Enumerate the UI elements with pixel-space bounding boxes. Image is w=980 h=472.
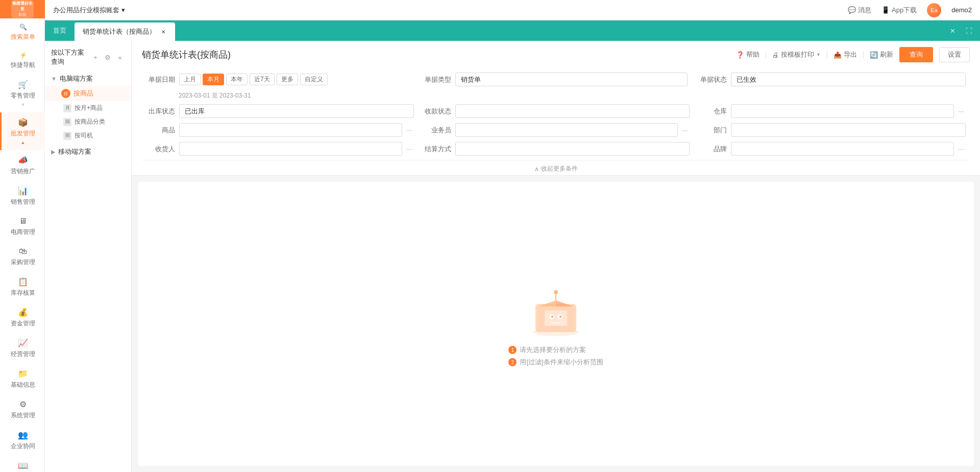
app-logo[interactable]: 畅捷通好生意 标版 [0, 0, 45, 18]
sidebar-item-finance[interactable]: 💰 资金管理 [0, 302, 45, 333]
add-scheme-btn[interactable]: + [90, 52, 101, 62]
home-tab-label: 首页 [53, 26, 66, 35]
operations-icon: 📈 [18, 338, 28, 348]
sidebar-search[interactable]: 🔍 搜索菜单 [0, 18, 45, 46]
scheme-item-by-goods[interactable]: 按 按商品 [45, 86, 131, 101]
doc-type-content: 销货单 [455, 73, 690, 86]
finance-label: 资金管理 [11, 319, 35, 328]
sidebar-item-enterprise[interactable]: 👥 企业协同 [0, 425, 45, 456]
sales-stat-tab-label: 销货单统计表（按商品） [83, 27, 156, 36]
close-all-tabs-btn[interactable]: ✕ [945, 23, 960, 38]
retail-icon: 🛒 [18, 80, 28, 89]
out-status-label: 出库状态 [146, 107, 179, 116]
sidebar-item-basic[interactable]: 📁 基础信息 [0, 364, 45, 394]
wholesale-icon: 📦 [18, 117, 28, 127]
sidebar-item-system[interactable]: ⚙ 系统管理 [0, 394, 45, 425]
receiver-label: 收货人 [146, 145, 179, 154]
query-btn[interactable]: 查询 [899, 47, 933, 62]
scheme-group-mobile-header[interactable]: ▶ 移动端方案 [45, 145, 131, 159]
scheme-settings-btn[interactable]: ⚙ [103, 52, 113, 62]
enterprise-label: 企业协同 [11, 442, 35, 451]
industry-selector[interactable]: 办公用品行业模拟账套 ▾ [53, 6, 125, 15]
collapse-row[interactable]: ∧ 收起更多条件 [142, 160, 970, 175]
collapse-icon: ∧ [534, 166, 539, 173]
hint-2-num: 2 [508, 358, 517, 366]
this-year-btn[interactable]: 本年 [226, 74, 248, 85]
username[interactable]: demo2 [951, 6, 972, 14]
goods-dots[interactable]: ··· [404, 126, 414, 134]
last-month-btn[interactable]: 上月 [179, 74, 201, 85]
scheme-panel-title: 按以下方案查询 [51, 48, 90, 66]
inventory-icon: 📋 [18, 277, 28, 287]
refresh-btn[interactable]: 🔄 刷新 [870, 50, 893, 59]
doc-status-select[interactable]: 已生效 [731, 73, 966, 86]
refresh-icon: 🔄 [870, 51, 878, 59]
date-range-display: 2023-03-01 至 2023-03-31 [142, 91, 970, 104]
more-date-btn[interactable]: 更多 [277, 74, 298, 85]
warehouse-content: ··· [731, 104, 966, 118]
this-month-btn[interactable]: 本月 [203, 74, 224, 85]
sidebar-item-retail[interactable]: 🛒 零售管理 ▼ [0, 75, 45, 112]
tutorial-icon: 📖 [18, 461, 28, 470]
warehouse-input[interactable] [731, 104, 954, 118]
receiver-dots[interactable]: ··· [404, 145, 414, 153]
salesperson-cell: 业务员 ··· [418, 123, 694, 137]
action-divider-3 [863, 51, 864, 58]
maximize-btn[interactable]: ⛶ [962, 23, 976, 38]
tab-sales-stat[interactable]: 销货单统计表（按商品） ✕ [75, 22, 175, 41]
help-btn[interactable]: ❓ 帮助 [736, 50, 760, 59]
export-icon: 📤 [834, 51, 842, 59]
sidebar-item-purchase[interactable]: 🛍 采购管理 [0, 242, 45, 272]
driver-label: 按司机 [75, 131, 93, 140]
hint-1-text: 请先选择要分析的方案 [520, 345, 586, 355]
desktop-group-header[interactable]: ▼ 电脑端方案 [45, 72, 131, 86]
goods-input[interactable] [179, 123, 402, 137]
payment-status-select[interactable] [455, 104, 690, 118]
action-divider-2 [827, 51, 827, 58]
settings-btn[interactable]: 设置 [939, 47, 970, 62]
print-btn[interactable]: 🖨 按模板打印 ▼ [772, 50, 821, 59]
tabbar-actions: ✕ ⛶ [945, 23, 980, 38]
sidebar-item-sales[interactable]: 📊 销售管理 [0, 181, 45, 211]
brand-dots[interactable]: ··· [956, 145, 966, 153]
main-content-empty: 1 请先选择要分析的方案 2 用[过滤]条件来缩小分析范围 [138, 182, 974, 466]
last-7-days-btn[interactable]: 近7天 [250, 74, 275, 85]
sidebar-item-ecommerce[interactable]: 🖥 电商管理 [0, 211, 45, 242]
sidebar-item-tutorial[interactable]: 📖 新手引导 [0, 456, 45, 472]
scheme-item-by-category[interactable]: 回 按商品分类 [45, 115, 131, 129]
purchase-label: 采购管理 [11, 258, 35, 267]
retail-expand: ▼ [21, 102, 26, 107]
date-range-text: 2023-03-01 至 2023-03-31 [179, 92, 251, 99]
sidebar-shortcut[interactable]: ⚡ 快捷导航 [0, 46, 45, 75]
dept-select[interactable] [731, 123, 966, 137]
sidebar-item-operations[interactable]: 📈 经营管理 [0, 333, 45, 364]
tab-close-btn[interactable]: ✕ [160, 28, 167, 35]
collapse-panel-btn[interactable]: « [115, 52, 125, 62]
user-avatar[interactable]: Ea [927, 3, 941, 17]
basic-label: 基础信息 [11, 381, 35, 389]
custom-date-btn[interactable]: 自定义 [300, 74, 328, 85]
right-panel: 销货单统计表(按商品) ❓ 帮助 🖨 按模板打印 ▼ [132, 41, 980, 472]
scheme-item-by-month-goods[interactable]: 月 按月+商品 [45, 101, 131, 115]
salesperson-dots[interactable]: ··· [680, 126, 690, 134]
receiver-input[interactable] [179, 142, 402, 156]
out-status-select[interactable]: 已出库 [179, 104, 414, 118]
sidebar-item-inventory[interactable]: 📋 库存核算 [0, 272, 45, 302]
tab-home[interactable]: 首页 [45, 20, 75, 41]
warehouse-dots[interactable]: ··· [956, 107, 966, 115]
action-divider-1 [766, 51, 766, 58]
sidebar-item-wholesale[interactable]: 📦 批发管理 ▲ [0, 112, 45, 150]
scheme-item-by-driver[interactable]: 回 按司机 [45, 129, 131, 143]
industry-dropdown-icon: ▾ [121, 6, 125, 14]
message-btn[interactable]: 💬 消息 [848, 6, 871, 15]
app-download-btn[interactable]: 📱 App下载 [881, 6, 917, 15]
receiver-content: ··· [179, 142, 414, 156]
svg-point-11 [554, 290, 558, 294]
sidebar-item-marketing[interactable]: 📣 营销推广 [0, 150, 45, 181]
desktop-group-label: 电脑端方案 [60, 74, 93, 83]
export-btn[interactable]: 📤 导出 [834, 50, 857, 59]
brand-input[interactable] [731, 142, 954, 156]
settlement-select[interactable] [455, 142, 690, 156]
salesperson-input[interactable] [455, 123, 678, 137]
doc-type-select[interactable]: 销货单 [455, 73, 688, 86]
